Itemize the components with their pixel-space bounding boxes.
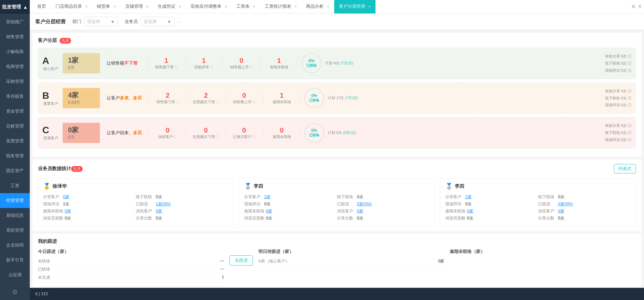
- staff-stat-value: 0次: [467, 215, 473, 221]
- tier-divider: [260, 56, 260, 70]
- sidebar-item-cloud[interactable]: 云应用: [0, 268, 30, 282]
- staff-stat-value[interactable]: 0家: [63, 194, 69, 200]
- tier-contact-pct: 0%: [311, 128, 317, 133]
- tab-home[interactable]: 首页: [33, 0, 51, 14]
- sidebar-item-invoice[interactable]: 发票管理: [0, 134, 30, 148]
- tab-sales_order[interactable]: 销货单×: [92, 0, 120, 14]
- tier-stat-num[interactable]: 0: [232, 126, 257, 134]
- sidebar-item-guide[interactable]: 新手引导: [0, 253, 30, 268]
- tier-stat-num[interactable]: 0: [269, 126, 294, 134]
- followup-title: 我的跟进: [38, 238, 636, 245]
- tab-goods[interactable]: 商品分析×: [301, 0, 334, 14]
- tab-store[interactable]: 店铺管理×: [121, 0, 153, 14]
- sidebar-item-system[interactable]: 系统管理: [0, 223, 30, 238]
- tier-stat-label: 休眠客户ⓘ: [155, 134, 180, 139]
- tab-close-products[interactable]: ×: [85, 4, 87, 8]
- sidebar-item-inventory[interactable]: 库存核算: [0, 89, 30, 104]
- staff-stat-value[interactable]: 0家: [467, 208, 473, 214]
- staff-stat-label: 分管客户: [445, 194, 464, 200]
- today-row: 未联络—: [38, 257, 224, 266]
- staff-stat-value[interactable]: 0家(0%): [558, 201, 573, 207]
- tab-receivable[interactable]: 应收应付调整单×: [186, 0, 232, 14]
- sidebar-item-ecom[interactable]: 电商管理: [0, 59, 30, 74]
- staff-stat-value[interactable]: 0家: [558, 208, 564, 214]
- sidebar-item-hr[interactable]: 工资: [0, 178, 30, 193]
- tier-stat-num[interactable]: 1: [266, 57, 292, 65]
- staff-stat-label: 现场拜访: [244, 201, 263, 207]
- tab-close-goods[interactable]: ×: [327, 4, 329, 8]
- main-area: 首页门店商品目录×销货单×店铺管理×生成凭证×应收应付调整单×工资表×工资统计报…: [30, 0, 644, 300]
- tab-close-payroll_report[interactable]: ×: [295, 4, 297, 8]
- tab-voucher[interactable]: 生成凭证×: [153, 0, 186, 14]
- list-view-button[interactable]: 列表式: [614, 164, 636, 174]
- staff-stat-label: 线下联络: [136, 194, 154, 200]
- staff-stat-value[interactable]: 1家: [264, 194, 271, 200]
- tab-payroll[interactable]: 工资表×: [232, 0, 260, 14]
- tier-divider: [300, 91, 301, 105]
- tier-stat-num[interactable]: 0: [155, 126, 180, 134]
- sidebar-item-corp[interactable]: 企业协同: [0, 238, 30, 253]
- staff-stat-value[interactable]: 0家: [357, 208, 363, 214]
- tier-stat-num[interactable]: 1: [154, 57, 179, 65]
- sidebar-item-basic[interactable]: 基础信息: [0, 208, 30, 223]
- tabs-close-icon[interactable]: ✕: [631, 3, 636, 10]
- tier-stat-num[interactable]: 2: [155, 92, 180, 99]
- tier-plan-link[interactable]: (7天/次): [340, 61, 353, 65]
- staff-stat-value[interactable]: 1家(0%): [156, 201, 171, 207]
- sidebar-item-sales[interactable]: 销售管理: [0, 29, 30, 44]
- tier-stat-num[interactable]: 2: [193, 92, 219, 99]
- sales-select[interactable]: 请选择 ▼: [141, 17, 174, 26]
- tier-stat-num[interactable]: 0: [229, 57, 254, 65]
- tab-close-payroll[interactable]: ×: [253, 4, 255, 8]
- staff-stat-item: 已跟进0家(0%): [538, 201, 631, 208]
- tier-slogan: 让客户回来、多买: [103, 130, 145, 136]
- sidebar-item-assets[interactable]: 固定资产: [0, 163, 30, 178]
- tab-customer_tier[interactable]: 客户分层经营×: [334, 0, 375, 14]
- goto-button[interactable]: 去跟进: [230, 255, 253, 266]
- sidebar-arrow: ▲: [23, 4, 28, 10]
- sidebar-item-mgmt[interactable]: 经营管理: [0, 193, 30, 208]
- sidebar-item-purchase[interactable]: 采购管理: [0, 74, 30, 89]
- tier-stat-num[interactable]: 1: [191, 57, 216, 65]
- tier-stat-num[interactable]: 1: [269, 92, 294, 99]
- more-button[interactable]: ···: [177, 19, 181, 24]
- tier-stat-3: 0逾期未联络: [266, 126, 297, 139]
- tier-letter: B: [42, 90, 59, 101]
- page-header: 客户分层经营 部门 请选择 ▼ 业务员 请选择 ▼ ···: [30, 14, 644, 30]
- staff-stat-value[interactable]: 0家: [266, 208, 272, 214]
- staff-stat-item: 浏览页面数0次: [43, 215, 136, 222]
- tier-stat-0: 2销售额下滑ⓘ: [152, 92, 183, 105]
- staff-stat-item: 分管客户1家: [445, 193, 538, 201]
- tab-label-sales_order: 销货单: [97, 3, 110, 9]
- staff-stat-value[interactable]: 0家: [65, 208, 71, 214]
- staff-stat-label: 已跟进: [337, 201, 356, 207]
- tab-payroll_report[interactable]: 工资统计报表×: [260, 0, 301, 14]
- tier-stat-num[interactable]: 0: [232, 92, 257, 99]
- tier-plan-link[interactable]: (0天/次): [343, 131, 356, 135]
- tier-stat-num[interactable]: 0: [193, 126, 219, 134]
- staff-stat-value[interactable]: 0家(0%): [357, 201, 372, 207]
- tier-name: 核心客户: [42, 66, 59, 71]
- sidebar-item-micro[interactable]: 小畅电商: [0, 44, 30, 59]
- tier-slogan-highlight: 不下滑: [124, 61, 137, 66]
- tab-close-receivable[interactable]: ×: [225, 4, 227, 8]
- tier-stat-label: 销售额上升ⓘ: [232, 99, 257, 105]
- tab-close-customer_tier[interactable]: ×: [369, 4, 371, 8]
- staff-stat-value[interactable]: 1家: [465, 194, 472, 200]
- tab-close-store[interactable]: ×: [146, 4, 148, 8]
- tab-products[interactable]: 门店商品目录×: [51, 0, 92, 14]
- sidebar-item-ledger[interactable]: 总账管理: [0, 119, 30, 134]
- staff-stat-item: 浏览客户0家: [538, 208, 631, 215]
- sidebar-item-tax[interactable]: 税务管理: [0, 148, 30, 163]
- sidebar-item-finance[interactable]: 资金管理: [0, 104, 30, 119]
- tier-contact-info: 计划 17次 (7天/次): [328, 95, 368, 101]
- tab-close-sales_order[interactable]: ×: [113, 4, 115, 8]
- dept-select[interactable]: 请选择 ▼: [84, 17, 118, 26]
- sidebar-item-marketing[interactable]: 营销推广: [0, 15, 30, 29]
- tab-close-voucher[interactable]: ×: [179, 4, 181, 8]
- settings-icon[interactable]: ⚙: [0, 284, 30, 300]
- tier-plan-link[interactable]: (7天/次): [345, 96, 358, 100]
- tier-divider: [149, 126, 149, 140]
- tabs-menu-icon[interactable]: ≡: [638, 3, 641, 10]
- staff-stat-value[interactable]: 0家: [156, 208, 162, 214]
